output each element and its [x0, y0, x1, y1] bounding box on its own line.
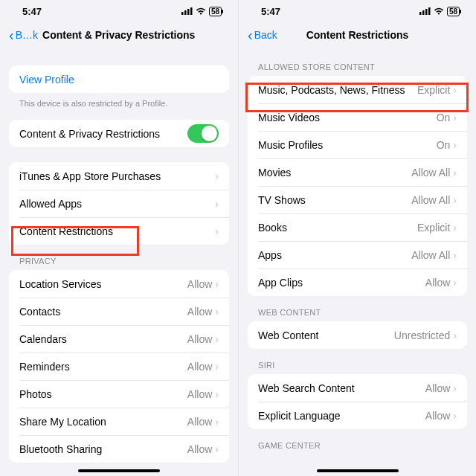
chevron-right-icon: › [453, 194, 457, 206]
web-search-row[interactable]: Web Search ContentAllow› [248, 374, 467, 402]
allowed-store-header: Allowed Store Content [248, 62, 467, 76]
chevron-right-icon: › [215, 278, 219, 290]
back-button[interactable]: ‹ Back [248, 28, 277, 42]
chevron-right-icon: › [453, 222, 457, 234]
bluetooth-row[interactable]: Bluetooth SharingAllow› [9, 435, 229, 463]
status-bar: 5:47 58 [0, 0, 238, 22]
status-time: 5:47 [22, 6, 42, 17]
chevron-right-icon: › [453, 410, 457, 422]
game-center-header: Game Center [248, 441, 467, 454]
nav-bar: ‹ B…k Content & Privacy Restrictions [0, 22, 238, 48]
home-indicator [78, 469, 160, 472]
apps-row[interactable]: AppsAllow All› [248, 241, 467, 268]
chevron-right-icon: › [453, 84, 457, 96]
chevron-right-icon: › [453, 382, 457, 394]
chevron-right-icon: › [215, 333, 219, 345]
chevron-right-icon: › [453, 112, 457, 123]
chevron-right-icon: › [215, 388, 219, 400]
chevron-right-icon: › [453, 139, 457, 151]
svg-rect-6 [425, 9, 428, 15]
books-row[interactable]: BooksExplicit› [248, 213, 467, 241]
siri-header: Siri [248, 361, 467, 374]
cellular-icon [419, 7, 431, 15]
chevron-right-icon: › [453, 329, 457, 341]
tv-row[interactable]: TV ShowsAllow All› [248, 186, 467, 213]
svg-rect-7 [428, 7, 431, 15]
chevron-left-icon: ‹ [248, 28, 253, 42]
battery-icon: 58 [209, 7, 222, 16]
web-content-row[interactable]: Web ContentUnrestricted› [248, 321, 467, 349]
status-time: 5:47 [261, 6, 280, 17]
allowed-apps-row[interactable]: Allowed Apps › [9, 190, 229, 217]
calendars-row[interactable]: CalendarsAllow› [9, 325, 229, 353]
nav-bar: ‹ Back Content Restrictions [239, 22, 476, 48]
movies-row[interactable]: MoviesAllow All› [248, 158, 467, 186]
svg-rect-5 [422, 10, 425, 15]
toggle-switch[interactable] [187, 124, 219, 143]
restrictions-toggle-row[interactable]: Content & Privacy Restrictions [9, 120, 229, 147]
svg-rect-1 [184, 10, 187, 15]
chevron-right-icon: › [453, 167, 457, 178]
chevron-right-icon: › [453, 277, 457, 289]
chevron-right-icon: › [453, 249, 457, 261]
status-bar: 5:47 58 [239, 0, 476, 22]
chevron-left-icon: ‹ [9, 28, 14, 42]
web-content-header: Web Content [248, 308, 467, 321]
music-row[interactable]: Music, Podcasts, News, FitnessExplicit› [248, 76, 467, 103]
chevron-right-icon: › [215, 198, 219, 210]
appclips-row[interactable]: App ClipsAllow› [248, 268, 467, 296]
wifi-icon [434, 7, 444, 15]
chevron-right-icon: › [215, 443, 219, 455]
chevron-right-icon: › [215, 361, 219, 373]
itunes-row[interactable]: iTunes & App Store Purchases › [9, 162, 229, 190]
view-profile-row[interactable]: View Profile [9, 65, 229, 93]
toggle-label: Content & Privacy Restrictions [19, 128, 187, 140]
contacts-row[interactable]: ContactsAllow› [9, 298, 229, 325]
page-title: Content & Privacy Restrictions [42, 29, 195, 41]
profile-footnote: This device is also restricted by a Prof… [9, 93, 229, 120]
svg-rect-2 [187, 9, 190, 15]
view-profile-label: View Profile [19, 74, 219, 86]
photos-row[interactable]: PhotosAllow› [9, 380, 229, 408]
share-location-row[interactable]: Share My LocationAllow› [9, 408, 229, 435]
explicit-lang-row[interactable]: Explicit LanguageAllow› [248, 402, 467, 429]
music-profiles-row[interactable]: Music ProfilesOn› [248, 131, 467, 158]
svg-rect-4 [419, 12, 422, 15]
svg-rect-3 [190, 7, 193, 15]
wifi-icon [196, 7, 206, 15]
location-row[interactable]: Location ServicesAllow› [9, 270, 229, 298]
chevron-right-icon: › [215, 170, 219, 182]
cellular-icon [181, 7, 193, 15]
reminders-row[interactable]: RemindersAllow› [9, 353, 229, 380]
privacy-header: Privacy [9, 257, 229, 270]
chevron-right-icon: › [215, 416, 219, 428]
music-videos-row[interactable]: Music VideosOn› [248, 103, 467, 131]
chevron-right-icon: › [215, 306, 219, 318]
svg-rect-0 [181, 12, 184, 15]
back-label: B…k [16, 29, 38, 41]
home-indicator [317, 469, 399, 472]
back-label: Back [254, 29, 277, 41]
content-restrictions-row[interactable]: Content Restrictions › [9, 217, 229, 245]
battery-icon: 58 [447, 7, 460, 16]
chevron-right-icon: › [215, 225, 219, 237]
back-button[interactable]: ‹ B…k [9, 28, 38, 42]
